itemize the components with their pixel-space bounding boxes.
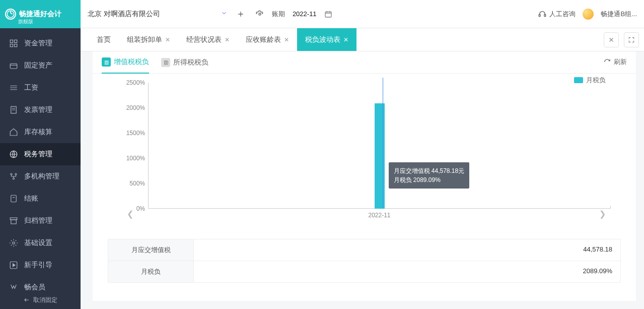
tooltip-line1: 月应交增值税 44,578.18元: [394, 166, 465, 175]
tab-close-icon[interactable]: ✕: [225, 36, 230, 43]
receipt-icon: [9, 105, 18, 114]
svg-rect-17: [325, 12, 331, 17]
support-button[interactable]: 人工咨询: [538, 10, 576, 19]
home-icon: [9, 128, 18, 137]
calendar-icon[interactable]: [322, 8, 334, 20]
sidebar-item-2[interactable]: 工资: [0, 77, 81, 99]
subtab-label: 增值税税负: [114, 57, 149, 67]
sidebar-item-label: 发票管理: [24, 105, 52, 114]
tab-close-icon[interactable]: ✕: [165, 36, 170, 43]
table-row: 月税负2089.09%: [108, 261, 620, 282]
subtab-label: 所得税税负: [173, 58, 208, 67]
chart-bar[interactable]: [375, 103, 385, 209]
y-tick: 1500%: [122, 130, 145, 137]
summary-table: 月应交增值税44,578.18月税负2089.09%: [108, 239, 621, 283]
tab-label: 首页: [97, 35, 111, 44]
sidebar-item-label: 结账: [24, 194, 38, 203]
add-button[interactable]: [235, 8, 247, 20]
tab-2[interactable]: 经营状况表✕: [178, 28, 238, 51]
chevron-down-icon: [221, 10, 228, 18]
period-picker[interactable]: 2022-11: [289, 9, 320, 19]
archive-icon: [9, 216, 18, 225]
y-axis: 0%500%1000%1500%2000%2500%: [122, 83, 148, 209]
period-label: 账期: [272, 10, 285, 19]
grid-icon: [9, 39, 18, 48]
content: ▥增值税税负▥所得税税负 刷新 月税负 0%500%1000%1500%2000…: [81, 51, 644, 309]
table-row-value: 2089.09%: [194, 261, 620, 282]
svg-point-14: [13, 242, 15, 244]
refresh-button[interactable]: 刷新: [604, 57, 627, 67]
subtabs: ▥增值税税负▥所得税税负 刷新: [93, 51, 636, 74]
globe-icon: [9, 150, 18, 159]
tab-label: 税负波动表: [305, 35, 340, 44]
brand-icon: [5, 9, 16, 20]
x-axis-end: [610, 206, 611, 209]
sidebar-item-label: 固定资产: [24, 61, 52, 70]
settings-button[interactable]: [254, 8, 266, 20]
svg-rect-1: [10, 40, 13, 42]
sidebar-item-9[interactable]: 基础设置: [0, 232, 81, 254]
sidebar-item-label: 税务管理: [24, 150, 52, 159]
svg-point-10: [13, 178, 15, 179]
y-tick: 2000%: [122, 104, 145, 111]
avatar[interactable]: [583, 9, 594, 20]
sidebar-item-7[interactable]: 结账: [0, 188, 81, 210]
tabs: 首页组装拆卸单✕经营状况表✕应收账龄表✕税负波动表✕: [81, 28, 644, 51]
svg-rect-5: [10, 64, 17, 69]
tab-3[interactable]: 应收账龄表✕: [238, 28, 297, 51]
sidebar-item-10[interactable]: 新手引导: [0, 254, 81, 276]
sidebar-item-8[interactable]: 归档管理: [0, 210, 81, 232]
sidebar-item-label: 多机构管理: [24, 172, 59, 181]
svg-rect-3: [10, 44, 13, 47]
tab-close-icon[interactable]: ✕: [284, 36, 289, 43]
company-selector[interactable]: 北京 对啊酒店有限公司: [88, 10, 228, 19]
subtab-badge-icon: ▥: [102, 57, 111, 67]
tax-panel: ▥增值税税负▥所得税税负 刷新 月税负 0%500%1000%1500%2000…: [93, 51, 636, 301]
svg-rect-19: [544, 14, 546, 16]
close-tab-button[interactable]: [604, 32, 619, 47]
chart-tooltip: 月应交增值税 44,578.18元月税负 2089.09%: [389, 162, 470, 189]
sidebar-item-label: 资金管理: [24, 39, 52, 48]
y-tick: 2500%: [122, 79, 145, 86]
user-name[interactable]: 畅捷通B组...: [601, 10, 637, 19]
brand-logo: 畅捷通好会计 旗舰版: [0, 0, 81, 28]
sidebar-item-6[interactable]: 多机构管理: [0, 165, 81, 188]
svg-point-9: [15, 173, 17, 175]
box-icon: [9, 61, 18, 70]
brand-name: 畅捷通好会计: [19, 10, 61, 19]
brand-edition: 旗舰版: [18, 18, 33, 25]
tab-1[interactable]: 组装拆卸单✕: [119, 28, 178, 51]
refresh-label: 刷新: [614, 57, 627, 67]
chart-prev-button[interactable]: ❮: [127, 209, 133, 219]
gear-icon: [9, 238, 18, 248]
tab-label: 组装拆卸单: [127, 35, 162, 44]
y-axis-line: [148, 83, 149, 209]
sidebar-item-5[interactable]: 税务管理: [0, 143, 81, 165]
table-row-label: 月应交增值税: [108, 239, 194, 261]
tab-close-icon[interactable]: ✕: [343, 36, 348, 43]
fullscreen-button[interactable]: [624, 32, 639, 47]
sidebar-item-4[interactable]: 库存核算: [0, 121, 81, 143]
tooltip-line2: 月税负 2089.09%: [394, 175, 465, 184]
svg-rect-13: [11, 220, 17, 224]
sidebar-item-3[interactable]: 发票管理: [0, 99, 81, 121]
subtab-1[interactable]: ▥所得税税负: [161, 57, 208, 73]
tab-4[interactable]: 税负波动表✕: [297, 28, 356, 51]
y-tick: 0%: [122, 205, 145, 212]
tab-0[interactable]: 首页: [89, 28, 119, 51]
topbar: 北京 对啊酒店有限公司 账期 2022-11 人工咨询 畅捷通B组...: [81, 0, 644, 28]
sidebar-item-0[interactable]: 资金管理: [0, 32, 81, 54]
chart-next-button[interactable]: ❯: [599, 209, 606, 219]
sidebar-item-1[interactable]: 固定资产: [0, 54, 81, 77]
svg-point-8: [11, 173, 12, 175]
chart-crosshair: [383, 78, 383, 209]
subtab-0[interactable]: ▥增值税税负: [102, 57, 149, 74]
sidebar: 畅捷通好会计 旗舰版 资金管理固定资产工资发票管理库存核算税务管理多机构管理结账…: [0, 0, 81, 309]
file-icon: [9, 194, 18, 203]
sidebar-pin-toggle[interactable]: 取消固定: [0, 291, 81, 309]
sidebar-pin-label: 取消固定: [33, 296, 57, 304]
play-icon: [9, 261, 18, 270]
sidebar-item-label: 库存核算: [24, 128, 52, 137]
sidebar-item-label: 新手引导: [24, 261, 52, 270]
table-row: 月应交增值税44,578.18: [108, 239, 620, 261]
